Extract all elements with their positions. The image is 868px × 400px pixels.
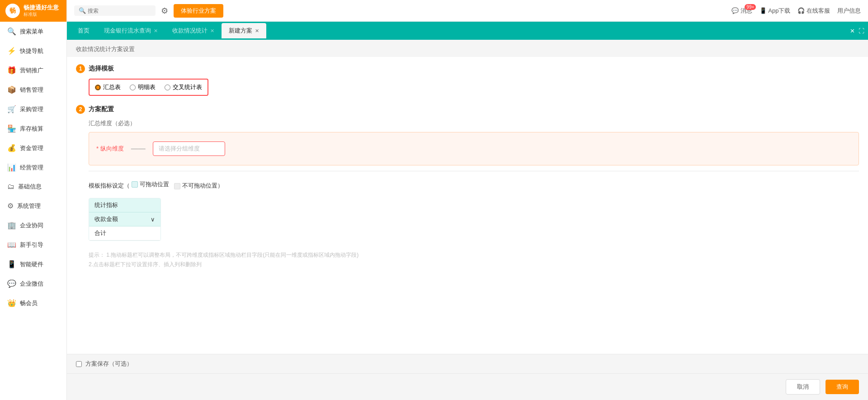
step1-num: 1 bbox=[76, 64, 85, 73]
message-icon: 💬 bbox=[731, 7, 739, 14]
tab-home[interactable]: 首页 bbox=[71, 23, 97, 38]
step2-section: 2 方案配置 汇总维度（必选） * 纵向维度 —— 请选择分组维度 bbox=[76, 105, 859, 268]
radio-summary[interactable] bbox=[95, 85, 101, 90]
save-checkbox[interactable] bbox=[76, 361, 82, 367]
sidebar-item-search-menu[interactable]: 🔍 搜索菜单 bbox=[0, 22, 66, 41]
gear-icon[interactable]: ⚙ bbox=[161, 6, 168, 16]
expand-icon[interactable]: ⛶ bbox=[859, 28, 864, 34]
sidebar-item-wechat[interactable]: 💬 企业微信 bbox=[0, 274, 66, 293]
main-area: 🔍 ⚙ 体验行业方案 💬 消息 99+ 📱 App下载 🎧 在线客服 用户信息 bbox=[67, 0, 868, 400]
metrics-table: 统计指标 收款金额 ∨ 合计 bbox=[89, 198, 161, 241]
operation-icon: 📊 bbox=[7, 163, 16, 172]
tab-bank-flow[interactable]: 现金银行流水查询 ✕ bbox=[97, 23, 165, 38]
sidebar-item-marketing[interactable]: 🎁 营销推广 bbox=[0, 61, 66, 80]
inventory-icon: 🏪 bbox=[7, 124, 16, 133]
unmovable-dot bbox=[174, 183, 180, 189]
step2-title: 方案配置 bbox=[89, 105, 114, 113]
content-area: 收款情况统计方案设置 1 选择模板 汇总表 明细表 bbox=[67, 40, 868, 400]
tab-new-plan-close[interactable]: ✕ bbox=[255, 28, 259, 34]
form-area: 1 选择模板 汇总表 明细表 交叉统计表 bbox=[67, 57, 868, 354]
message-badge[interactable]: 💬 消息 99+ bbox=[731, 7, 752, 15]
dimension-row: * 纵向维度 —— 请选择分组维度 bbox=[96, 141, 851, 156]
sidebar-item-inventory[interactable]: 🏪 库存核算 bbox=[0, 119, 66, 138]
system-icon: ⚙ bbox=[7, 202, 14, 210]
save-section: 方案保存（可选） bbox=[67, 354, 868, 373]
logo-text: 畅捷通好生意 标准版 bbox=[24, 4, 59, 18]
search-icon: 🔍 bbox=[79, 7, 86, 14]
metrics-table-header: 统计指标 bbox=[89, 198, 160, 212]
finance-icon: 💰 bbox=[7, 144, 16, 152]
radio-detail[interactable] bbox=[130, 85, 136, 90]
member-icon: 👑 bbox=[7, 299, 16, 307]
sidebar-item-enterprise[interactable]: 🏢 企业协同 bbox=[0, 216, 66, 235]
save-label: 方案保存（可选） bbox=[85, 360, 132, 368]
dimension-sub-label: 汇总维度（必选） bbox=[89, 119, 859, 127]
logo-icon: 畅 bbox=[5, 4, 20, 18]
close-all-icon[interactable]: ✕ bbox=[850, 28, 855, 34]
tab-collection-stats-close[interactable]: ✕ bbox=[210, 28, 214, 34]
tab-new-plan[interactable]: 新建方案 ✕ bbox=[222, 23, 266, 38]
hint-line-2: 2.点击标题栏下拉可设置排序、插入列和删除列 bbox=[89, 261, 859, 268]
tab-bank-flow-close[interactable]: ✕ bbox=[154, 28, 158, 34]
sidebar-item-system[interactable]: ⚙ 系统管理 bbox=[0, 196, 66, 216]
sidebar-item-guide[interactable]: 📖 新手引导 bbox=[0, 235, 66, 254]
footer-bar: 取消 查询 bbox=[67, 373, 868, 400]
divider bbox=[89, 171, 859, 171]
option-detail[interactable]: 明细表 bbox=[130, 83, 156, 91]
sidebar-logo: 畅 畅捷通好生意 标准版 bbox=[0, 0, 66, 22]
dimension-area: * 纵向维度 —— 请选择分组维度 bbox=[89, 132, 859, 165]
cancel-button[interactable]: 取消 bbox=[786, 379, 820, 395]
message-count: 99+ bbox=[745, 4, 756, 10]
guide-icon: 📖 bbox=[7, 240, 16, 249]
industry-btn[interactable]: 体验行业方案 bbox=[174, 4, 223, 18]
hardware-icon: 📱 bbox=[7, 260, 16, 268]
movable-legend: 可拖动位置 bbox=[132, 180, 169, 188]
row-dimension-label: * 纵向维度 bbox=[96, 145, 124, 153]
sidebar-item-quick-nav[interactable]: ⚡ 快捷导航 bbox=[0, 41, 66, 61]
topbar-right: 💬 消息 99+ 📱 App下载 🎧 在线客服 用户信息 bbox=[731, 7, 861, 15]
step1-title: 选择模板 bbox=[89, 65, 114, 73]
service-icon: 🎧 bbox=[797, 7, 805, 14]
col-chevron-icon: ∨ bbox=[151, 216, 155, 223]
sidebar: 畅 畅捷通好生意 标准版 🔍 搜索菜单 ⚡ 快捷导航 🎁 营销推广 📦 销售管理… bbox=[0, 0, 67, 400]
user-info[interactable]: 用户信息 bbox=[837, 7, 861, 15]
tabbar: 首页 现金银行流水查询 ✕ 收款情况统计 ✕ 新建方案 ✕ ✕ ⛶ bbox=[67, 22, 868, 40]
step2-header: 2 方案配置 bbox=[76, 105, 859, 114]
tab-collection-stats[interactable]: 收款情况统计 ✕ bbox=[165, 23, 222, 38]
radio-cross[interactable] bbox=[165, 85, 170, 90]
template-options: 汇总表 明细表 交叉统计表 bbox=[89, 79, 208, 96]
option-cross[interactable]: 交叉统计表 bbox=[165, 83, 202, 91]
metrics-col-header[interactable]: 收款金额 ∨ bbox=[89, 212, 160, 226]
download-icon: 📱 bbox=[760, 7, 767, 14]
online-service[interactable]: 🎧 在线客服 bbox=[797, 7, 830, 15]
sidebar-item-purchase[interactable]: 🛒 采购管理 bbox=[0, 99, 66, 119]
metrics-section: 模板指标设定（ 可拖动位置 不可拖动位置） 统计指标 bbox=[89, 180, 859, 242]
page-title: 收款情况统计方案设置 bbox=[67, 40, 868, 57]
arrow-icon: —— bbox=[131, 145, 146, 153]
query-button[interactable]: 查询 bbox=[826, 380, 859, 394]
search-input[interactable] bbox=[88, 8, 151, 14]
quick-nav-icon: ⚡ bbox=[7, 47, 16, 55]
unmovable-legend: 不可拖动位置） bbox=[174, 182, 223, 189]
sidebar-item-member[interactable]: 👑 畅会员 bbox=[0, 293, 66, 313]
movable-dot bbox=[132, 181, 138, 188]
enterprise-icon: 🏢 bbox=[7, 221, 16, 230]
step1-header: 1 选择模板 bbox=[76, 64, 859, 73]
option-summary[interactable]: 汇总表 bbox=[95, 83, 121, 91]
sidebar-item-sales[interactable]: 📦 销售管理 bbox=[0, 80, 66, 99]
step2-num: 2 bbox=[76, 105, 85, 114]
purchase-icon: 🛒 bbox=[7, 105, 16, 113]
sidebar-item-basic[interactable]: 🗂 基础信息 bbox=[0, 177, 66, 196]
tabbar-actions: ✕ ⛶ bbox=[850, 28, 864, 34]
marketing-icon: 🎁 bbox=[7, 66, 16, 75]
basic-icon: 🗂 bbox=[7, 183, 14, 191]
sidebar-item-hardware[interactable]: 📱 智能硬件 bbox=[0, 254, 66, 274]
app-download[interactable]: 📱 App下载 bbox=[760, 7, 790, 15]
search-bar[interactable]: 🔍 bbox=[74, 5, 156, 16]
hint-line-1: 提示： 1.拖动标题栏可以调整布局，不可跨维度或指标区域拖动栏目字段(只能在同一… bbox=[89, 251, 859, 259]
sidebar-item-finance[interactable]: 💰 资金管理 bbox=[0, 138, 66, 158]
dimension-select[interactable]: 请选择分组维度 bbox=[153, 141, 225, 156]
step1-section: 1 选择模板 汇总表 明细表 交叉统计表 bbox=[76, 64, 859, 96]
wechat-icon: 💬 bbox=[7, 279, 16, 288]
sidebar-item-operation[interactable]: 📊 经营管理 bbox=[0, 158, 66, 177]
